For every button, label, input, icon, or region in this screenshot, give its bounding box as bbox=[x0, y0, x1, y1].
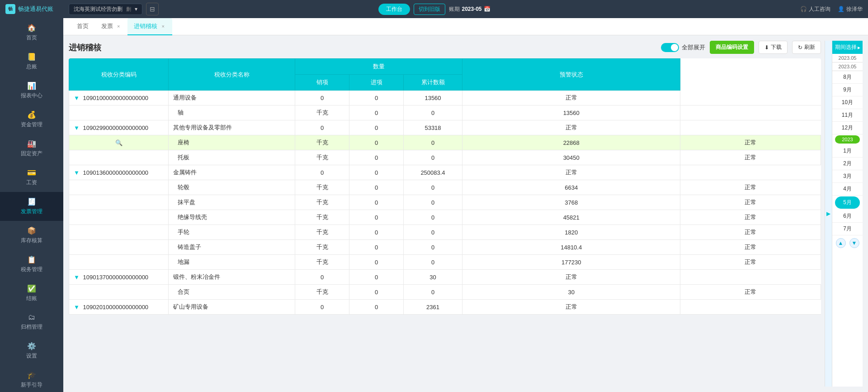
tax-code-cell bbox=[69, 240, 169, 255]
support-button[interactable]: 🎧 人工咨询 bbox=[800, 5, 830, 13]
collapse-icon[interactable]: ▼ bbox=[74, 169, 80, 176]
collapse-icon[interactable]: ▼ bbox=[74, 304, 80, 311]
sidebar-item-funds[interactable]: 💰 资金管理 bbox=[0, 105, 63, 134]
table-row: 托板 千克 0 0 30450 正常 bbox=[69, 150, 821, 165]
tab-reconcile-label: 进销稽核 bbox=[134, 22, 157, 30]
sidebar-item-inventory[interactable]: 📦 库存核算 bbox=[0, 221, 63, 250]
sales-cell: 0 bbox=[295, 120, 349, 135]
sales-cell: 0 bbox=[349, 135, 404, 150]
tax-code-cell bbox=[69, 195, 169, 210]
calendar-icon[interactable]: 📅 bbox=[484, 6, 491, 12]
user-avatar-icon: 👤 bbox=[838, 6, 844, 12]
status-cell: 正常 bbox=[462, 165, 680, 180]
sidebar-label-ledger: 总账 bbox=[26, 63, 37, 71]
sidebar-item-settlement[interactable]: ✅ 结账 bbox=[0, 279, 63, 308]
unit-cell: 千克 bbox=[295, 135, 349, 150]
toggle-knob bbox=[671, 44, 678, 51]
th-purchase: 进项 bbox=[349, 75, 404, 91]
total-cell: 53318 bbox=[404, 120, 462, 135]
company-dropdown-icon[interactable]: ▾ bbox=[135, 6, 137, 12]
sidebar-item-home[interactable]: 🏠 首页 bbox=[0, 18, 63, 47]
th-status: 预警状态 bbox=[462, 59, 680, 91]
sidebar-item-settings[interactable]: ⚙️ 设置 bbox=[0, 336, 63, 365]
topbar: 畅 畅捷通易代账 沈海英测试经营勿删 删 ▾ ⊟ 工作台 切到旧版 账期 202… bbox=[0, 0, 868, 18]
period-nav-down[interactable]: ▼ bbox=[849, 238, 859, 248]
sidebar-item-archive[interactable]: 🗂 归档管理 bbox=[0, 308, 63, 336]
app-name: 畅捷通易代账 bbox=[18, 5, 53, 13]
period-year-header-1: 2023.05 bbox=[832, 54, 863, 62]
total-cell: 22868 bbox=[462, 135, 680, 150]
tax-name-cell: 其他专用设备及零部件 bbox=[169, 120, 295, 135]
tax-code-cell bbox=[69, 225, 169, 240]
unit-cell: 千克 bbox=[295, 195, 349, 210]
period-month-1[interactable]: 1月 bbox=[832, 145, 863, 158]
total-cell: 1820 bbox=[462, 225, 680, 240]
tab-home[interactable]: 首页 bbox=[71, 18, 95, 35]
company-selector[interactable]: 沈海英测试经营勿删 删 ▾ bbox=[69, 4, 142, 15]
tab-reconcile-close[interactable]: × bbox=[160, 23, 165, 29]
sidebar-item-assets[interactable]: 🏭 固定资产 bbox=[0, 134, 63, 163]
workbench-button[interactable]: 工作台 bbox=[378, 4, 410, 15]
purchase-cell: 0 bbox=[349, 120, 404, 135]
tab-invoice-close[interactable]: × bbox=[116, 23, 121, 29]
chevron-right-icon: ▶ bbox=[826, 210, 830, 217]
sales-cell: 0 bbox=[349, 105, 404, 120]
sidebar-item-tax[interactable]: 📋 税务管理 bbox=[0, 250, 63, 279]
expand-toggle[interactable] bbox=[661, 43, 679, 52]
th-total: 累计数额 bbox=[404, 75, 462, 91]
period-nav-up[interactable]: ▲ bbox=[836, 238, 846, 248]
period-month-7[interactable]: 7月 bbox=[832, 223, 863, 235]
period-month-2[interactable]: 2月 bbox=[832, 158, 863, 170]
panel-collapse-button[interactable]: ▶ bbox=[825, 41, 832, 387]
table-row: 合页 千克 0 0 30 正常 bbox=[69, 285, 821, 300]
table-row: 轮毂 千克 0 0 6634 正常 bbox=[69, 180, 821, 195]
tax-code-cell bbox=[69, 150, 169, 165]
download-button[interactable]: ⬇ 下载 bbox=[759, 41, 788, 54]
logo-icon: 畅 bbox=[5, 4, 15, 14]
period-header[interactable]: 期间选择 ▸ bbox=[832, 41, 863, 54]
period-month-10[interactable]: 10月 bbox=[832, 96, 863, 109]
collapse-icon[interactable]: ▼ bbox=[74, 124, 80, 131]
tabbar: 首页 发票 × 进销稽核 × bbox=[63, 18, 868, 35]
purchase-cell: 0 bbox=[349, 91, 404, 105]
sales-cell: 0 bbox=[295, 91, 349, 105]
period-month-5[interactable]: 5月 bbox=[835, 196, 860, 209]
search-icon[interactable]: 🔍 bbox=[115, 139, 123, 146]
sidebar-item-guide[interactable]: 🎓 新手引导 bbox=[0, 365, 63, 392]
sidebar-item-salary[interactable]: 💳 工资 bbox=[0, 163, 63, 192]
period-month-8[interactable]: 8月 bbox=[832, 71, 863, 84]
collapse-icon[interactable]: ▼ bbox=[74, 274, 80, 281]
total-cell: 30450 bbox=[462, 150, 680, 165]
refresh-button[interactable]: ↻ 刷新 bbox=[792, 41, 821, 54]
th-tax-name: 税收分类名称 bbox=[169, 59, 295, 91]
main-table: 税收分类编码 税收分类名称 数量 预警状态 销项 进项 累计数额 bbox=[69, 58, 821, 315]
page-title: 进销稽核 bbox=[69, 42, 101, 53]
collapse-icon[interactable]: ▼ bbox=[74, 95, 80, 101]
table-row: ▼ 10901370000000000000 锻件、粉末冶金件 0 0 30 正… bbox=[69, 270, 821, 285]
page-toolbar: 全部展开 商品编码设置 ⬇ 下载 ↻ 刷新 bbox=[661, 41, 821, 54]
status-cell: 正常 bbox=[680, 285, 821, 300]
status-cell: 正常 bbox=[680, 180, 821, 195]
period-month-12[interactable]: 12月 bbox=[832, 122, 863, 134]
tab-reconcile[interactable]: 进销稽核 × bbox=[127, 18, 172, 35]
period-month-11[interactable]: 11月 bbox=[832, 109, 863, 122]
period-month-3[interactable]: 3月 bbox=[832, 170, 863, 183]
company-delete-icon[interactable]: 删 bbox=[126, 6, 131, 13]
product-code-button[interactable]: 商品编码设置 bbox=[710, 41, 754, 54]
period-month-4[interactable]: 4月 bbox=[832, 183, 863, 196]
table-row: 抹平盘 千克 0 0 3768 正常 bbox=[69, 195, 821, 210]
period-month-6[interactable]: 6月 bbox=[832, 210, 863, 223]
sales-cell: 0 bbox=[349, 240, 404, 255]
period-month-9[interactable]: 9月 bbox=[832, 84, 863, 96]
sidebar-label-funds: 资金管理 bbox=[21, 121, 42, 129]
sidebar-item-invoice[interactable]: 🧾 发票管理 bbox=[0, 192, 63, 221]
headset-icon: 🎧 bbox=[800, 6, 807, 12]
switch-old-button[interactable]: 切到旧版 bbox=[414, 4, 445, 15]
th-quantity: 数量 bbox=[295, 59, 462, 75]
sidebar-item-reports[interactable]: 📊 报表中心 bbox=[0, 76, 63, 105]
company-settings-icon[interactable]: ⊟ bbox=[146, 3, 159, 15]
total-cell: 2361 bbox=[404, 300, 462, 315]
tab-invoice[interactable]: 发票 × bbox=[95, 18, 127, 35]
user-menu[interactable]: 👤 徐泽华 bbox=[838, 5, 863, 13]
sidebar-item-ledger[interactable]: 📒 总账 bbox=[0, 47, 63, 76]
